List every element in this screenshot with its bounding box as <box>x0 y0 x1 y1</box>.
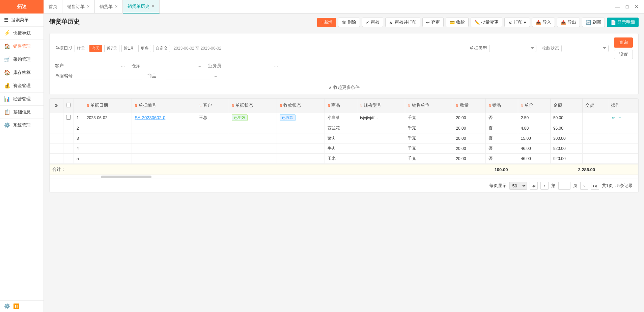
collect-button[interactable]: 💳 收款 <box>446 18 469 27</box>
print-button[interactable]: 🖨 打印 ▾ <box>504 18 530 27</box>
sidebar-item-purchase[interactable]: 🛒 采购管理 <box>0 53 44 66</box>
sidebar-item-label: 销售管理 <box>13 43 31 49</box>
sidebar-item-basic[interactable]: 📋 基础信息 <box>0 106 44 119</box>
customer-ellipsis[interactable]: ··· <box>120 63 126 69</box>
batch-change-button[interactable]: ✏️ 批量变更 <box>471 18 502 27</box>
search-icon: ☰ <box>4 17 8 23</box>
table-settings-icon[interactable]: ⚙ <box>52 101 60 109</box>
docno-link-0[interactable]: SA-20230602-0 <box>135 115 165 120</box>
th-date[interactable]: ⇅ 单据日期 <box>84 99 132 112</box>
import-button[interactable]: 📥 导入 <box>532 18 555 27</box>
setting-button[interactable]: 设置 <box>614 50 633 59</box>
salesperson-ellipsis[interactable]: ··· <box>273 63 279 69</box>
per-page-select[interactable]: 50 100 <box>509 182 527 190</box>
th-spec[interactable]: ⇅ 规格型号 <box>357 99 405 112</box>
date-btn-more[interactable]: 更多 <box>138 45 151 52</box>
tab-sales-goods[interactable]: 销货单 ✕ <box>95 0 123 14</box>
date-btn-yesterday[interactable]: 昨天 <box>75 45 87 52</box>
close-tab-sales-goods-icon[interactable]: ✕ <box>115 4 118 9</box>
th-doc-status[interactable]: ⇅ 单据状态 <box>229 99 277 112</box>
warehouse-input[interactable] <box>150 62 194 69</box>
export-button[interactable]: 📤 导出 <box>557 18 580 27</box>
delete-icon: 🗑 <box>342 20 346 25</box>
goods-input[interactable] <box>166 73 210 79</box>
query-button[interactable]: 查询 <box>614 37 633 48</box>
prev-page-button[interactable]: ‹ <box>540 182 549 190</box>
sidebar-item-sales[interactable]: 🏠 销售管理 <box>0 40 44 53</box>
app-logo: 拓速 <box>0 0 44 14</box>
tab-sales-order[interactable]: 销售订单 ✕ <box>62 0 95 14</box>
docno-input[interactable] <box>75 73 142 79</box>
select-all-checkbox[interactable] <box>66 103 71 107</box>
close-tab-sales-order-icon[interactable]: ✕ <box>87 4 90 9</box>
th-settings: ⚙ <box>50 99 63 112</box>
more-action-0[interactable]: ⋯ <box>617 115 621 120</box>
table-header-row: ⚙ ⇅ 单据日期 ⇅ 单据编号 <box>50 99 638 112</box>
date-btn-1month[interactable]: 近1月 <box>121 45 137 52</box>
th-sales-unit[interactable]: ⇅ 销售单位 <box>405 99 453 112</box>
doc-type-select[interactable] <box>489 45 536 52</box>
cell-spec-4 <box>357 154 405 164</box>
sidebar-item-quick[interactable]: ⚡ 快捷导航 <box>0 27 44 40</box>
th-quantity[interactable]: ⇅ 数量 <box>453 99 485 112</box>
tab-home[interactable]: 首页 <box>44 0 62 14</box>
sidebar-item-search[interactable]: ☰ 搜索菜单 <box>0 14 44 27</box>
sidebar-item-finance[interactable]: 💰 资金管理 <box>0 79 44 93</box>
page-suffix: 页 <box>573 183 578 189</box>
abandon-button[interactable]: ↩ 弃审 <box>422 18 444 27</box>
new-button[interactable]: + 新增 <box>317 18 336 27</box>
close-tab-sales-history-icon[interactable]: ✕ <box>151 4 155 8</box>
th-customer[interactable]: ⇅ 客户 <box>196 99 229 112</box>
date-btn-7days[interactable]: 近7天 <box>104 45 119 52</box>
sidebar-item-operations[interactable]: 📊 经营管理 <box>0 93 44 106</box>
scroll-thumb[interactable] <box>101 176 151 178</box>
warehouse-label: 仓库 <box>132 63 148 69</box>
warehouse-ellipsis[interactable]: ··· <box>196 63 203 69</box>
cell-actions-3 <box>608 144 638 154</box>
gift-sort-icon: ⇅ <box>488 104 491 107</box>
abandon-icon: ↩ <box>426 20 430 25</box>
cell-index-2: 3 <box>74 133 84 144</box>
total-records-label: 共1页，5条记录 <box>602 183 633 189</box>
pause-icon[interactable]: ⏸️ <box>13 303 20 309</box>
maximize-button[interactable]: □ <box>622 2 632 11</box>
approve-button[interactable]: ✓ 审核 <box>362 18 383 27</box>
th-docno[interactable]: ⇅ 单据编号 <box>132 99 196 112</box>
salesperson-input[interactable] <box>227 62 271 69</box>
next-page-button[interactable]: › <box>580 182 588 190</box>
cell-date-3 <box>84 144 132 154</box>
first-page-button[interactable]: ⏮ <box>530 182 538 190</box>
approve-print-button[interactable]: 🖨 审核并打印 <box>385 18 420 27</box>
sidebar-item-inventory[interactable]: 🏠 库存核算 <box>0 66 44 79</box>
th-payment-status[interactable]: ⇅ 收款状态 <box>277 99 325 112</box>
th-goods[interactable]: ⇅ 商品 <box>325 99 357 112</box>
delete-button[interactable]: 🗑 删除 <box>338 18 360 27</box>
th-gift[interactable]: ⇅ 赠品 <box>485 99 518 112</box>
sidebar-item-system[interactable]: ⚙️ 系统管理 <box>0 119 44 132</box>
cell-customer-2 <box>196 133 229 144</box>
cell-settings-1 <box>50 123 63 133</box>
last-page-button[interactable]: ⏭ <box>591 182 599 190</box>
payment-status-select[interactable] <box>561 45 609 52</box>
minimize-button[interactable]: — <box>613 2 622 11</box>
date-btn-custom[interactable]: 自定义 <box>153 45 170 52</box>
collapse-button[interactable]: ∧ 收起更多条件 <box>55 83 633 90</box>
edit-action-0[interactable]: ✏ <box>612 115 615 120</box>
cell-spec-0: tyjyjtyjdf... <box>357 112 405 123</box>
tab-sales-history[interactable]: 销货单历史 ✕ <box>123 0 160 14</box>
filter-row-3: 单据编号 商品 ··· <box>55 73 633 79</box>
show-details-button[interactable]: 📄 显示明细 <box>607 18 639 27</box>
settings-bottom-icon[interactable]: ⚙️ <box>4 303 10 309</box>
date-btn-today[interactable]: 今天 <box>89 45 102 52</box>
goods-ellipsis[interactable]: ··· <box>212 74 219 79</box>
row-checkbox-0[interactable] <box>66 115 71 120</box>
refresh-button[interactable]: 🔄 刷新 <box>582 18 605 27</box>
customer-input[interactable] <box>74 62 118 69</box>
cell-settings-0 <box>50 112 63 123</box>
page-input[interactable]: 1 <box>558 182 570 190</box>
th-unit-price[interactable]: ⇅ 单价 <box>518 99 550 112</box>
horizontal-scrollbar[interactable] <box>50 175 638 179</box>
close-button[interactable]: ✕ <box>632 2 641 11</box>
cell-gift-1: 否 <box>485 123 518 133</box>
cell-quantity-1: 20.00 <box>453 123 485 133</box>
